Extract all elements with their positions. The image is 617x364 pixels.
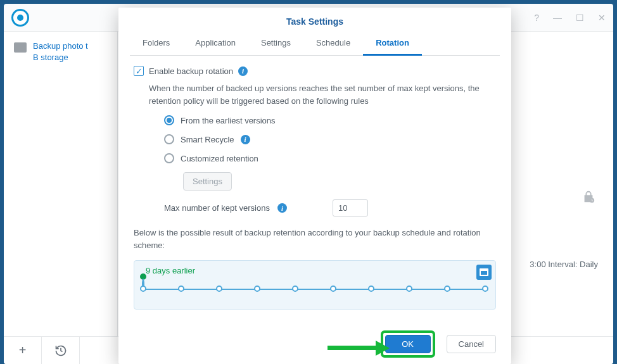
max-versions-label: Max number of kept versions: [164, 203, 270, 213]
calendar-icon[interactable]: [476, 265, 492, 280]
retention-settings-button: Settings: [183, 172, 232, 191]
task-sidebar: Backup photo t B storage: [4, 32, 118, 336]
close-icon[interactable]: ✕: [598, 13, 606, 23]
radio-custom[interactable]: [164, 153, 174, 163]
radio-smart-label: Smart Recycle: [181, 135, 234, 144]
max-versions-input[interactable]: [333, 199, 368, 217]
timeline-dot: [216, 286, 222, 292]
task-icon: [14, 42, 27, 53]
timeline-dot: [178, 286, 184, 292]
info-icon[interactable]: i: [241, 135, 250, 144]
radio-custom-label: Customized retention: [181, 154, 258, 163]
history-button[interactable]: [42, 337, 80, 364]
tab-schedule[interactable]: Schedule: [303, 33, 363, 56]
help-icon[interactable]: ?: [534, 13, 539, 23]
schedule-info-text: 3:00 Interval: Daily: [530, 260, 598, 269]
sidebar-task-item[interactable]: Backup photo t B storage: [11, 37, 110, 67]
tab-folders[interactable]: Folders: [130, 33, 182, 56]
maximize-icon[interactable]: ☐: [576, 13, 584, 23]
timeline-dot: [444, 286, 450, 292]
cancel-button[interactable]: Cancel: [447, 335, 496, 353]
lock-icon: [582, 190, 595, 208]
add-task-button[interactable]: +: [4, 337, 42, 364]
radio-earliest[interactable]: [164, 115, 174, 125]
info-icon[interactable]: i: [277, 203, 287, 213]
timeline-dot: [482, 286, 488, 292]
highlight-arrow-icon: [328, 342, 391, 351]
ok-button[interactable]: OK: [385, 335, 431, 353]
timeline-dot: [330, 286, 336, 292]
preview-description: Below is the possible result of backup r…: [134, 227, 496, 252]
timeline-first-label: 9 days earlier: [146, 266, 195, 275]
task-settings-modal: Task Settings Folders Application Settin…: [118, 8, 511, 364]
rotation-description: When the number of backed up versions re…: [149, 82, 496, 108]
app-logo-icon: [11, 9, 29, 27]
minimize-icon[interactable]: —: [553, 13, 562, 23]
timeline-dot: [292, 286, 298, 292]
retention-timeline: 9 days earlier: [134, 260, 496, 310]
timeline-dot: [406, 286, 412, 292]
radio-earliest-label: From the earliest versions: [181, 116, 276, 125]
timeline-dot: [140, 286, 146, 292]
enable-rotation-label: Enable backup rotation: [149, 66, 233, 76]
timeline-dot: [254, 286, 260, 292]
info-icon[interactable]: i: [238, 66, 248, 76]
radio-smart[interactable]: [164, 134, 174, 144]
modal-title: Task Settings: [118, 8, 511, 33]
enable-rotation-checkbox[interactable]: ✓: [134, 66, 144, 76]
tab-bar: Folders Application Settings Schedule Ro…: [118, 33, 511, 56]
tab-rotation[interactable]: Rotation: [363, 33, 422, 56]
timeline-dot: [368, 286, 374, 292]
task-label: Backup photo t B storage: [33, 41, 88, 63]
tab-application[interactable]: Application: [182, 33, 248, 56]
tab-settings[interactable]: Settings: [248, 33, 303, 56]
